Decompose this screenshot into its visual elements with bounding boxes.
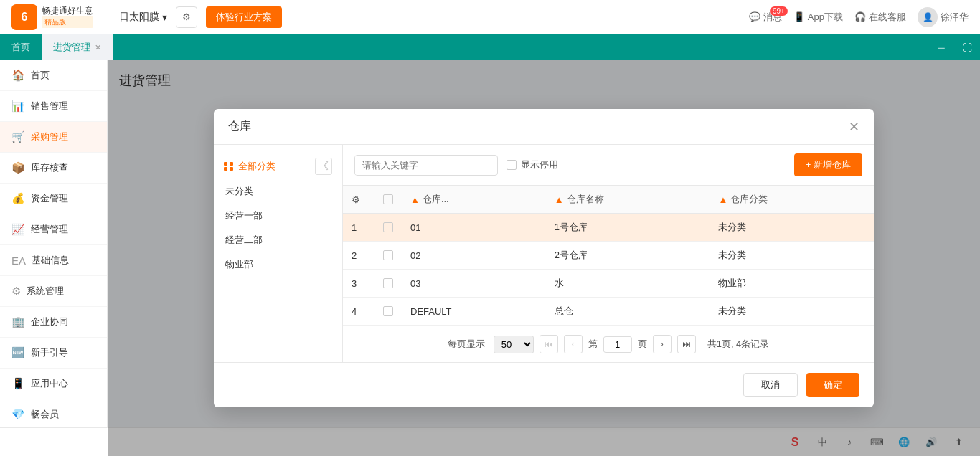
search-button[interactable]: 🔍 xyxy=(490,156,498,175)
message-badge: 99+ xyxy=(770,6,788,16)
app-name: 畅捷通好生意 xyxy=(42,6,93,17)
table-row[interactable]: 3 03 水 物业部 xyxy=(343,270,874,298)
header-middle: 日太阳膜 ▾ ⚙ 体验行业方案 xyxy=(119,6,749,28)
store-selector[interactable]: 日太阳膜 ▾ xyxy=(119,11,167,24)
table-row[interactable]: 4 DEFAULT 总仓 未分类 xyxy=(343,298,874,326)
online-service-button[interactable]: 🎧 在线客服 xyxy=(854,11,906,24)
col-name: ▲ 仓库名称 xyxy=(546,186,710,214)
row-checkbox[interactable] xyxy=(374,270,402,298)
message-icon: 💬 xyxy=(749,11,760,22)
row-index: 1 xyxy=(343,214,374,242)
modal-close-button[interactable]: ✕ xyxy=(849,120,859,133)
confirm-button[interactable]: 确定 xyxy=(806,373,859,397)
row-checkbox[interactable] xyxy=(374,298,402,326)
purchase-icon: 🛒 xyxy=(11,130,25,143)
category-item-property[interactable]: 物业部 xyxy=(214,252,342,277)
sidebar-item-basic-info[interactable]: EA 基础信息 xyxy=(0,245,107,276)
search-input[interactable] xyxy=(355,156,490,175)
next-page-button[interactable]: › xyxy=(653,335,672,353)
category-item-ops2[interactable]: 经营二部 xyxy=(214,228,342,252)
gear-button[interactable]: ⚙ xyxy=(176,6,197,28)
show-disabled-checkbox[interactable] xyxy=(507,160,517,170)
user-profile-button[interactable]: 👤 徐泽华 xyxy=(918,7,969,27)
select-all-checkbox[interactable] xyxy=(383,194,393,204)
tab-close-icon[interactable]: ✕ xyxy=(95,43,101,52)
table-row[interactable]: 2 02 2号仓库 未分类 xyxy=(343,242,874,270)
first-page-button[interactable]: ⏮ xyxy=(540,335,558,353)
category-item-ops1[interactable]: 经营一部 xyxy=(214,204,342,228)
row-name: 2号仓库 xyxy=(546,242,710,270)
experience-button[interactable]: 体验行业方案 xyxy=(206,6,282,28)
show-disabled-label[interactable]: 显示停用 xyxy=(507,158,558,171)
app-logo: 6 xyxy=(11,4,37,30)
table-row[interactable]: 1 01 1号仓库 未分类 xyxy=(343,214,874,242)
row-checkbox[interactable] xyxy=(374,242,402,270)
sidebar-item-guide[interactable]: 🆕 新手引导 xyxy=(0,338,107,369)
tab-home[interactable]: 首页 xyxy=(0,34,42,60)
sort-icon-cat: ▲ xyxy=(718,194,727,205)
mobile-icon: 📱 xyxy=(793,11,805,22)
tab-purchase[interactable]: 进货管理 ✕ xyxy=(42,34,113,60)
sort-icon-name: ▲ xyxy=(555,194,564,205)
collapse-button[interactable]: 《 xyxy=(315,158,332,175)
headset-icon: 🎧 xyxy=(854,11,866,22)
sidebar-item-apps[interactable]: 📱 应用中心 xyxy=(0,369,107,399)
sidebar-item-inventory[interactable]: 📦 库存核查 xyxy=(0,153,107,184)
row-select-checkbox[interactable] xyxy=(383,250,393,260)
finance-icon: 💰 xyxy=(11,192,25,205)
row-category: 未分类 xyxy=(710,242,874,270)
nav-tabs: 首页 进货管理 ✕ ─ ⛶ xyxy=(0,34,980,60)
last-page-button[interactable]: ⏭ xyxy=(677,335,696,353)
col-check xyxy=(374,186,402,214)
page-label: 第 xyxy=(588,338,598,351)
app-badge: 精品版 xyxy=(42,16,93,28)
sidebar-item-sales[interactable]: 📊 销售管理 xyxy=(0,91,107,122)
sidebar-item-purchase[interactable]: 🛒 采购管理 xyxy=(0,122,107,153)
table-toolbar: 🔍 显示停用 + 新增仓库 xyxy=(343,145,874,186)
add-warehouse-button[interactable]: + 新增仓库 xyxy=(794,153,862,176)
chevron-down-icon: ▾ xyxy=(162,11,167,23)
message-button[interactable]: 💬 消息 99+ xyxy=(749,11,782,24)
sidebar-item-member[interactable]: 💎 畅会员 xyxy=(0,399,107,430)
row-category: 物业部 xyxy=(710,270,874,298)
sidebar-item-home[interactable]: 🏠 首页 xyxy=(0,60,107,91)
category-item-unclassified[interactable]: 未分类 xyxy=(214,179,342,204)
row-select-checkbox[interactable] xyxy=(383,278,393,288)
home-icon: 🏠 xyxy=(11,69,25,82)
row-name: 1号仓库 xyxy=(546,214,710,242)
main-layout: 🏠 首页 📊 销售管理 🛒 采购管理 📦 库存核查 💰 资金管理 📈 经 xyxy=(0,60,980,456)
cancel-button[interactable]: 取消 xyxy=(743,373,798,397)
row-code: 02 xyxy=(402,242,546,270)
search-box: 🔍 xyxy=(354,155,498,176)
row-select-checkbox[interactable] xyxy=(383,222,393,232)
nav-minimize-button[interactable]: ─ xyxy=(928,34,954,60)
row-index: 4 xyxy=(343,298,374,326)
modal-title: 仓库 xyxy=(228,119,251,134)
inventory-icon: 📦 xyxy=(11,161,25,174)
page-number-input[interactable] xyxy=(603,336,632,353)
sidebar-item-system[interactable]: ⚙ 系统管理 xyxy=(0,276,107,307)
warehouse-table: ⚙ ▲ 仓库... xyxy=(343,186,874,326)
prev-page-button[interactable]: ‹ xyxy=(564,335,583,353)
modal-footer: 取消 确定 xyxy=(214,362,874,407)
row-name: 水 xyxy=(546,270,710,298)
sidebar-item-finance[interactable]: 💰 资金管理 xyxy=(0,184,107,214)
row-checkbox[interactable] xyxy=(374,214,402,242)
enterprise-icon: 🏢 xyxy=(11,315,25,328)
sidebar-item-operations[interactable]: 📈 经营管理 xyxy=(0,214,107,245)
top-header: 6 畅捷通好生意 精品版 日太阳膜 ▾ ⚙ 体验行业方案 💬 消息 99+ 📱 … xyxy=(0,0,980,34)
category-all-item[interactable]: 全部分类 xyxy=(224,160,275,173)
sales-icon: 📊 xyxy=(11,100,25,113)
app-download-button[interactable]: 📱 App下载 xyxy=(793,11,843,24)
grid-icon xyxy=(224,162,234,171)
sidebar-item-enterprise[interactable]: 🏢 企业协同 xyxy=(0,307,107,338)
page-size-select[interactable]: 50 10 20 100 xyxy=(494,336,534,353)
table-header-row: ⚙ ▲ 仓库... xyxy=(343,186,874,214)
row-select-checkbox[interactable] xyxy=(383,306,393,316)
table-panel: 🔍 显示停用 + 新增仓库 xyxy=(343,145,874,362)
content-area: 进货管理 仓库 ✕ xyxy=(108,60,980,456)
page-unit: 页 xyxy=(638,338,647,351)
category-header: 全部分类 《 xyxy=(214,153,342,179)
system-icon: ⚙ xyxy=(11,285,21,298)
nav-maximize-button[interactable]: ⛶ xyxy=(954,34,980,60)
